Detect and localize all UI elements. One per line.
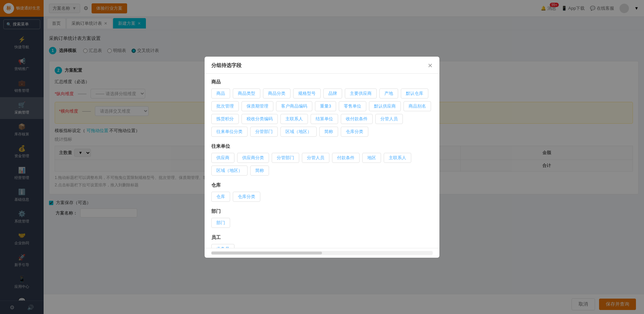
field-tag-origin[interactable]: 产地: [379, 88, 398, 99]
field-tag-default-warehouse[interactable]: 默认仓库: [401, 88, 428, 99]
field-tags-partner: 供应商 供应商分类 分管部门 分管人员 付款条件 地区 主联系人 区域（地区） …: [211, 153, 433, 176]
field-tag-retail-unit[interactable]: 零售单位: [339, 101, 366, 111]
field-tag-dept[interactable]: 部门: [211, 218, 230, 228]
field-tags-employee: 业务员: [211, 244, 433, 248]
field-tag-warehouse-category[interactable]: 仓库分类: [341, 127, 368, 137]
field-tag-payment-terms[interactable]: 收付款条件: [341, 114, 373, 124]
field-tags-dept: 部门: [211, 218, 433, 228]
field-tag-tax-code[interactable]: 税收分类编码: [241, 114, 278, 124]
field-tag-settlement-unit[interactable]: 结算单位: [311, 114, 338, 124]
field-tag-supplier[interactable]: 供应商: [211, 153, 234, 163]
field-tags-goods: 商品 商品类型 商品分类 规格型号 品牌 主要供应商 产地 默认仓库 批次管理 …: [211, 88, 433, 137]
field-tag-main-supplier[interactable]: 主要供应商: [345, 88, 377, 99]
field-section-warehouse-title: 仓库: [211, 182, 433, 188]
field-section-employee: 员工 业务员: [211, 235, 433, 248]
field-tag-partner-contact[interactable]: 主联系人: [384, 153, 411, 163]
field-tag-main-contact[interactable]: 主联系人: [280, 114, 308, 124]
field-tag-partner-region[interactable]: 区域（地区）: [211, 166, 248, 176]
field-tag-batch[interactable]: 批次管理: [211, 101, 239, 111]
field-tag-salesperson[interactable]: 业务员: [211, 244, 234, 248]
field-section-goods: 商品 商品 商品类型 商品分类 规格型号 品牌 主要供应商 产地 默认仓库 批次…: [211, 79, 433, 137]
modal-overlay: 分组待选字段 ✕ 商品 商品 商品类型 商品分类 规格型号 品牌 主要供应商 产…: [0, 0, 644, 314]
modal-footer: [205, 248, 439, 258]
field-tag-goods-alias[interactable]: 商品别名: [404, 101, 431, 111]
field-tag-customer-code[interactable]: 客户商品编码: [276, 101, 312, 111]
field-tag-pick-points[interactable]: 拣货积分: [211, 114, 239, 124]
field-section-partner-title: 往来单位: [211, 143, 433, 149]
modal-title: 分组待选字段: [211, 62, 241, 69]
field-tag-partner-supervisor[interactable]: 分管人员: [302, 153, 329, 163]
field-section-employee-title: 员工: [211, 235, 433, 241]
modal-hscrollbar[interactable]: [211, 251, 433, 255]
field-tag-partner-dept[interactable]: 分管部门: [272, 153, 299, 163]
field-section-partner: 往来单位 供应商 供应商分类 分管部门 分管人员 付款条件 地区 主联系人 区域…: [211, 143, 433, 176]
field-section-dept: 部门 部门: [211, 208, 433, 228]
field-section-warehouse: 仓库 仓库 仓库分类: [211, 182, 433, 202]
field-tag-spec-model[interactable]: 规格型号: [293, 88, 321, 99]
field-tags-warehouse: 仓库 仓库分类: [211, 192, 433, 202]
field-section-dept-title: 部门: [211, 208, 433, 214]
field-tag-supervise-dept[interactable]: 分管部门: [250, 127, 278, 137]
field-tag-supplier-category[interactable]: 供应商分类: [237, 153, 269, 163]
field-tag-goods-category[interactable]: 商品分类: [263, 88, 290, 99]
field-tag-warehouse-name[interactable]: 仓库: [211, 192, 230, 202]
field-tag-goods[interactable]: 商品: [211, 88, 230, 99]
field-tag-default-supplier[interactable]: 默认供应商: [369, 101, 401, 111]
field-tag-warehouse-cat[interactable]: 仓库分类: [233, 192, 260, 202]
field-tag-goods-type[interactable]: 商品类型: [233, 88, 260, 99]
field-select-modal: 分组待选字段 ✕ 商品 商品 商品类型 商品分类 规格型号 品牌 主要供应商 产…: [205, 57, 439, 258]
field-tag-partner-abbr[interactable]: 简称: [250, 166, 269, 176]
field-tag-short-name[interactable]: 简称: [319, 127, 338, 137]
modal-close-button[interactable]: ✕: [428, 62, 433, 69]
field-tag-brand[interactable]: 品牌: [323, 88, 342, 99]
field-tag-weight[interactable]: 重量3: [315, 101, 336, 111]
field-tag-area[interactable]: 地区: [362, 153, 381, 163]
modal-header: 分组待选字段 ✕: [205, 57, 439, 74]
modal-hscrollbar-thumb: [211, 252, 322, 254]
field-tag-region[interactable]: 区域（地区）: [280, 127, 317, 137]
field-section-goods-title: 商品: [211, 79, 433, 85]
modal-body: 商品 商品 商品类型 商品分类 规格型号 品牌 主要供应商 产地 默认仓库 批次…: [205, 74, 439, 248]
field-tag-supervisor[interactable]: 分管人员: [375, 114, 403, 124]
field-tag-payment-condition[interactable]: 付款条件: [332, 153, 360, 163]
field-tag-partner-category[interactable]: 往来单位分类: [211, 127, 248, 137]
field-tag-shelf-life[interactable]: 保质期管理: [241, 101, 273, 111]
